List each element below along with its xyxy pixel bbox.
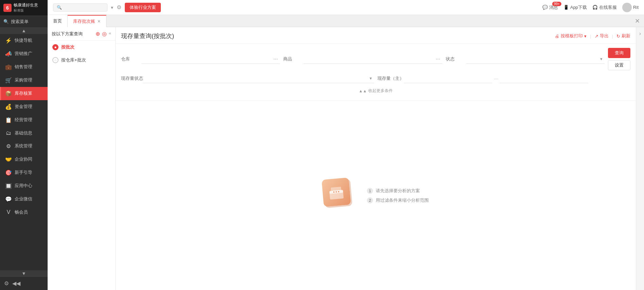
nav-label-finance: 资金管理: [15, 104, 32, 110]
stock-status-select[interactable]: ▾: [143, 74, 374, 83]
stock-qty-to-input[interactable]: [499, 74, 588, 83]
enterprise-icon: 🤝: [5, 156, 12, 163]
refresh-button[interactable]: ↻ 刷新: [616, 33, 630, 39]
collapse-sidebar-icon[interactable]: ◀◀: [12, 280, 20, 287]
trial-button[interactable]: 体验行业方案: [125, 3, 161, 12]
chevron-down-icon[interactable]: ▾: [111, 5, 113, 10]
nav-label-inventory: 库存核算: [15, 90, 32, 96]
plan-warehouse-batch-label: 按仓库+批次: [61, 57, 86, 63]
filter-buttons: 查询 设置: [608, 48, 630, 70]
sidebar-item-system[interactable]: ⚙ 系统管理: [0, 140, 48, 153]
filter-row-1: 仓库 ··· 商品 ··· 状态: [121, 48, 630, 70]
right-panel: 现存量查询(按批次) 🖨 按模板打印 ▾ | ↗ 导出 | ↻: [116, 27, 636, 290]
nav-label-appstore: 应用中心: [15, 183, 32, 189]
tab-home-label: 首页: [53, 18, 62, 24]
export-button[interactable]: ↗ 导出: [595, 33, 609, 39]
export-icon: ↗: [595, 34, 598, 39]
page-actions: 🖨 按模板打印 ▾ | ↗ 导出 | ↻ 刷新: [555, 33, 630, 39]
warehouse-input-dots: ···: [273, 56, 278, 62]
sidebar-item-shortcut[interactable]: ⚡ 快捷导航: [0, 34, 48, 47]
plan-item-batch[interactable]: ● 按批次: [48, 41, 115, 54]
purchase-icon: 🛒: [5, 77, 12, 84]
divider-1: |: [590, 34, 591, 39]
shortcut-icon: ⚡: [5, 37, 12, 44]
close-all-tabs-icon[interactable]: ✕: [635, 17, 640, 25]
tip-num-1: 1: [367, 188, 373, 194]
tab-inventory-batch[interactable]: 库存批次账 ✕: [68, 15, 106, 27]
topbar-app-download[interactable]: 📱 App下载: [563, 4, 587, 11]
goods-input[interactable]: ···: [304, 54, 442, 64]
sidebar-item-finance[interactable]: 💰 资金管理: [0, 100, 48, 113]
plan-item-warehouse-batch[interactable]: ○ 按仓库+批次: [48, 54, 115, 67]
empty-icon-box: [322, 177, 351, 207]
stock-status-label: 现存量状态: [121, 75, 143, 81]
print-dropdown-icon[interactable]: ▾: [584, 34, 587, 39]
topbar: 🔍 ▾ ⚙ 体验行业方案 💬 消息 99+ 📱 App下载 🎧 在线客服 Rit: [48, 0, 644, 15]
collapse-plan-icon[interactable]: «: [109, 31, 111, 37]
sidebar-item-enterprise[interactable]: 🤝 企业协同: [0, 153, 48, 166]
nav-label-sales: 销售管理: [15, 64, 32, 70]
query-button[interactable]: 查询: [608, 48, 630, 58]
nav-label-enterprise: 企业协同: [15, 156, 32, 162]
phone-icon: 📱: [563, 5, 569, 10]
sidebar-item-marketing[interactable]: 📣 营销推广: [0, 47, 48, 60]
warehouse-input[interactable]: ···: [141, 54, 280, 64]
sidebar-item-sales[interactable]: 💼 销售管理: [0, 60, 48, 74]
sidebar-item-newbie[interactable]: 🎯 新手引导: [0, 166, 48, 179]
sidebar-item-operations[interactable]: 📋 经营管理: [0, 113, 48, 127]
sidebar-scroll-up[interactable]: ▲: [0, 28, 48, 34]
stock-qty-field: 现存量（主） —: [377, 74, 630, 83]
tab-close-icon[interactable]: ✕: [97, 19, 101, 24]
nav-label-system: 系统管理: [15, 143, 32, 149]
status-label: 状态: [446, 56, 466, 62]
topbar-online-service[interactable]: 🎧 在线客服: [592, 4, 617, 11]
plan-batch-label: 按批次: [61, 44, 74, 50]
app-download-label: App下载: [570, 4, 587, 11]
sidebar-scroll-down[interactable]: ▼: [0, 270, 48, 276]
collapse-button[interactable]: ▲▲ 收起更多条件: [121, 87, 630, 95]
tab-home[interactable]: 首页: [48, 15, 68, 27]
basic-icon: 🗂: [5, 130, 12, 136]
goods-input-dots: ···: [436, 56, 440, 62]
topbar-user[interactable]: Rit: [622, 3, 639, 12]
sidebar-search[interactable]: 🔍 搜索菜单: [0, 16, 48, 28]
panel-close-icon[interactable]: ›: [639, 31, 641, 37]
print-button[interactable]: 🖨 按模板打印 ▾: [555, 33, 587, 39]
stock-status-field: 现存量状态 ▾: [121, 74, 374, 83]
page-title: 现存量查询(按批次): [121, 32, 174, 40]
topbar-message[interactable]: 💬 消息 99+: [542, 4, 558, 11]
app-edition: 标准版: [14, 8, 38, 13]
sales-icon: 💼: [5, 64, 12, 70]
filter-area: 仓库 ··· 商品 ··· 状态: [116, 44, 636, 101]
sidebar-item-purchase[interactable]: 🛒 采购管理: [0, 74, 48, 87]
plan-actions: ⊕ ◎ «: [96, 31, 111, 37]
system-icon: ⚙: [5, 143, 12, 149]
finance-icon: 💰: [5, 104, 12, 110]
warehouse-field: 仓库 ···: [121, 54, 280, 64]
settings-plan-icon[interactable]: ◎: [102, 31, 107, 37]
sidebar-item-appstore[interactable]: 🔲 应用中心: [0, 179, 48, 193]
status-field: 状态 ▾: [446, 54, 605, 64]
nav-label-wechat: 企业微信: [15, 196, 32, 202]
status-select[interactable]: ▾: [466, 54, 605, 64]
empty-tip-1: 1 请先选择要分析的方案: [367, 188, 429, 194]
tab-inventory-batch-label: 库存批次账: [73, 18, 95, 24]
topbar-search[interactable]: 🔍: [53, 3, 107, 12]
tip-text-1: 请先选择要分析的方案: [376, 188, 420, 194]
stock-qty-from-input[interactable]: [404, 74, 492, 83]
sidebar-search-label: 搜索菜单: [11, 19, 29, 25]
tabbar: 首页 库存批次账 ✕ ✕: [48, 15, 644, 27]
sidebar-item-wechat[interactable]: 💬 企业微信: [0, 193, 48, 206]
settings-button[interactable]: 设置: [608, 60, 630, 70]
tip-num-2: 2: [367, 197, 373, 203]
headset-icon: 🎧: [592, 5, 598, 10]
settings-icon[interactable]: ⚙: [4, 280, 9, 287]
topbar-gear-icon[interactable]: ⚙: [117, 4, 121, 11]
tab-close-all-section: ✕: [635, 17, 644, 25]
sidebar-item-basic[interactable]: 🗂 基础信息: [0, 127, 48, 140]
marketing-icon: 📣: [5, 51, 12, 57]
add-plan-icon[interactable]: ⊕: [96, 31, 100, 37]
sidebar-item-inventory[interactable]: 📦 库存核算: [0, 87, 48, 100]
right-close-panel: ›: [636, 27, 644, 290]
sidebar-item-vip[interactable]: V 畅会员: [0, 206, 48, 219]
